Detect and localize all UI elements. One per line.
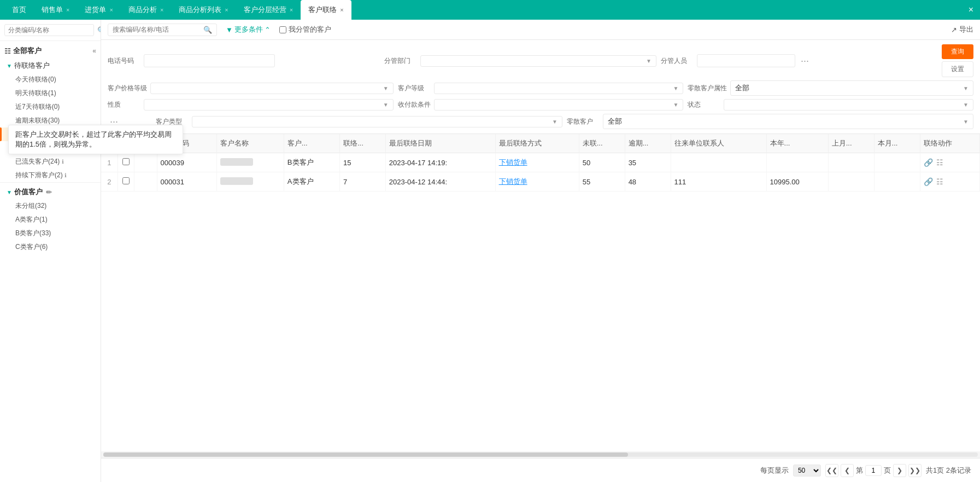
last-page-btn[interactable]: ❯❯ bbox=[908, 464, 922, 477]
nav-customer-contact[interactable]: 客户联络 × bbox=[301, 0, 351, 20]
my-customer-checkbox[interactable]: 我分管的客户 bbox=[279, 25, 331, 34]
row1-last-contact-way-link[interactable]: 下销货单 bbox=[499, 158, 527, 166]
nav-analysis-list-close[interactable]: × bbox=[225, 7, 228, 13]
nav-customer-tier-close[interactable]: × bbox=[290, 7, 293, 13]
data-table-container[interactable]: ⚙ 客户编码 客户名称 客户... 联络... bbox=[101, 134, 980, 451]
first-page-btn[interactable]: ❮❮ bbox=[825, 464, 838, 477]
col-type-header[interactable]: 客户... bbox=[284, 134, 339, 153]
sidebar-item-7days[interactable]: 近7天待联络(0) bbox=[0, 100, 101, 114]
row2-check[interactable] bbox=[122, 177, 130, 184]
query-button[interactable]: 查询 bbox=[942, 44, 973, 59]
col-last-contact-way-header[interactable]: 最后联络方式 bbox=[495, 134, 579, 153]
edit-icon[interactable]: ✏ bbox=[46, 188, 52, 196]
row2-settings bbox=[134, 172, 157, 191]
row2-no: 2 bbox=[101, 172, 118, 191]
row1-link-icon[interactable]: 🔗 bbox=[924, 158, 933, 167]
horizontal-scrollbar[interactable] bbox=[101, 451, 980, 458]
col-overdue-header[interactable]: 逾期... bbox=[625, 134, 671, 153]
col-last-month-header[interactable]: 上月... bbox=[828, 134, 874, 153]
sidebar-collapse-icon[interactable]: « bbox=[92, 47, 96, 55]
sidebar-item-c-class[interactable]: C类客户(6) bbox=[0, 240, 101, 254]
filter-customer-grade-select[interactable]: ▼ bbox=[434, 83, 684, 94]
row2-company-contact: 111 bbox=[671, 172, 766, 191]
row1-grid-icon[interactable]: ☷ bbox=[936, 158, 943, 167]
row1-name-placeholder bbox=[220, 158, 253, 166]
filter-cell-scatter-customer: 零散客户 全部 ▼ bbox=[567, 114, 973, 129]
sidebar-item-tomorrow[interactable]: 明天待联络(1) bbox=[0, 86, 101, 100]
filter-scatter-attr-select[interactable]: 全部 ▼ bbox=[730, 80, 973, 96]
filter-dept-select[interactable]: ▼ bbox=[420, 55, 656, 67]
sidebar-item-a-class[interactable]: A类客户(1) bbox=[0, 213, 101, 227]
sidebar-search-icon[interactable]: 🔍 bbox=[97, 26, 101, 34]
scatter-customer-arrow-icon: ▼ bbox=[963, 119, 969, 125]
scrollbar-track[interactable] bbox=[103, 452, 978, 457]
row2-last-contact-way[interactable]: 下销货单 bbox=[495, 172, 579, 191]
nav-sales-label: 销售单 bbox=[42, 5, 63, 15]
prev-page-btn[interactable]: ❮ bbox=[841, 464, 854, 477]
status-arrow-icon: ▼ bbox=[963, 102, 969, 108]
nature-arrow-icon: ▼ bbox=[383, 102, 389, 108]
row2-last-contact-way-link[interactable]: 下销货单 bbox=[499, 177, 527, 185]
per-page-select[interactable]: 50 20 100 bbox=[793, 464, 821, 477]
per-page-label: 每页显示 bbox=[760, 466, 789, 475]
col-contact-header[interactable]: 联络... bbox=[339, 134, 385, 153]
row2-link-icon[interactable]: 🔗 bbox=[924, 177, 933, 186]
settings-button[interactable]: 设置 bbox=[942, 61, 973, 77]
sidebar-search-input[interactable] bbox=[4, 24, 94, 36]
filter-price-grade-select[interactable]: ▼ bbox=[150, 83, 394, 94]
nav-analysis-list[interactable]: 商品分析列表 × bbox=[171, 0, 236, 20]
row2-checkbox[interactable] bbox=[118, 172, 134, 191]
nav-customer-tier[interactable]: 客户分层经营 × bbox=[236, 0, 301, 20]
export-button[interactable]: ↗ 导出 bbox=[951, 25, 973, 34]
filter-nature-select[interactable]: ▼ bbox=[144, 99, 394, 111]
col-name-header[interactable]: 客户名称 bbox=[216, 134, 284, 153]
sidebar-item-b-class[interactable]: B类客户(33) bbox=[0, 227, 101, 240]
col-company-contact-header[interactable]: 往来单位联系人 bbox=[671, 134, 766, 153]
row1-last-contact-way[interactable]: 下销货单 bbox=[495, 153, 579, 172]
filter-payment-select[interactable]: ▼ bbox=[434, 99, 684, 111]
nav-analysis[interactable]: 商品分析 × bbox=[121, 0, 171, 20]
filter-status-select[interactable]: ▼ bbox=[724, 99, 973, 111]
sidebar-value-title[interactable]: ▼ 价值客户 ✏ bbox=[0, 185, 101, 199]
scrollbar-thumb[interactable] bbox=[103, 452, 628, 457]
nav-sales-close[interactable]: × bbox=[66, 7, 69, 13]
info-icon3: ℹ bbox=[62, 159, 64, 165]
nav-home[interactable]: 首页 bbox=[4, 0, 34, 20]
col-this-month-header[interactable]: 本月... bbox=[874, 134, 920, 153]
sidebar-item-declining[interactable]: 持续下滑客户(2) ℹ bbox=[0, 169, 101, 182]
filter-row-1: 电话号码 分管部门 ▼ 分管人员 ··· 查询 设置 bbox=[108, 44, 973, 77]
sidebar-item-today[interactable]: 今天待联络(0) bbox=[0, 73, 101, 86]
row1-company-contact bbox=[671, 153, 766, 172]
sidebar-item-ungrouped[interactable]: 未分组(32) bbox=[0, 199, 101, 213]
row1-check[interactable] bbox=[122, 158, 130, 165]
filter-search-icon[interactable]: 🔍 bbox=[203, 26, 212, 34]
my-customer-check[interactable] bbox=[279, 26, 286, 33]
manager-more-btn[interactable]: ··· bbox=[799, 55, 811, 67]
nav-customer-contact-close[interactable]: × bbox=[340, 7, 343, 13]
row2-grid-icon[interactable]: ☷ bbox=[936, 177, 943, 186]
filter-customer-type-select[interactable]: ▼ bbox=[192, 116, 562, 127]
nav-home-label: 首页 bbox=[12, 5, 26, 15]
nav-analysis-close[interactable]: × bbox=[160, 7, 163, 13]
filter-scatter-customer-value: 全部 bbox=[608, 117, 622, 126]
more-conditions-btn[interactable]: ▼ 更多条件 ⌃ bbox=[221, 23, 275, 36]
page-number-input[interactable] bbox=[865, 465, 882, 476]
filter-scatter-customer-select[interactable]: 全部 ▼ bbox=[603, 114, 973, 129]
col-uncontact-header[interactable]: 未联... bbox=[579, 134, 625, 153]
nav-purchase-close[interactable]: × bbox=[109, 7, 113, 13]
sidebar-pending-label: 待联络客户 bbox=[14, 61, 50, 71]
row1-checkbox[interactable] bbox=[118, 153, 134, 172]
sidebar-item-lost[interactable]: 已流失客户(24) ℹ bbox=[0, 155, 101, 169]
filter-cell-customer-type: 客户类型 ▼ bbox=[156, 116, 562, 127]
sidebar-all-customers[interactable]: ☷ 全部客户 « bbox=[0, 43, 101, 59]
filter-manager-input[interactable] bbox=[697, 54, 795, 67]
sidebar-section-pending[interactable]: ▼ 待联络客户 bbox=[0, 59, 101, 73]
nav-sales[interactable]: 销售单 × bbox=[34, 0, 77, 20]
col-last-contact-date-header[interactable]: 最后联络日期 bbox=[385, 134, 495, 153]
next-page-btn[interactable]: ❯ bbox=[893, 464, 906, 477]
filter-search-input[interactable] bbox=[113, 26, 203, 33]
nav-purchase[interactable]: 进货单 × bbox=[77, 0, 120, 20]
filter-phone-input[interactable] bbox=[144, 54, 275, 67]
close-window-button[interactable]: × bbox=[969, 5, 973, 15]
col-this-year-header[interactable]: 本年... bbox=[766, 134, 828, 153]
